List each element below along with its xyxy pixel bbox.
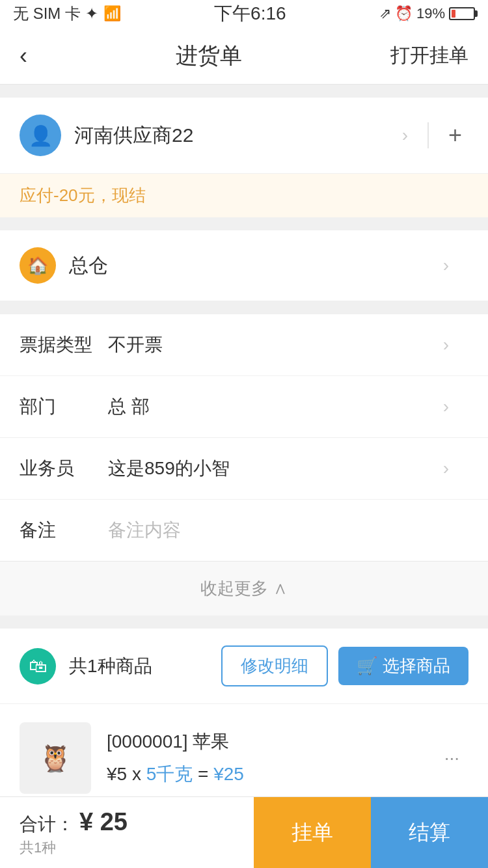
products-icon: 🛍 — [20, 648, 56, 685]
products-header: 🛍 共1种商品 修改明细 🛒 选择商品 — [0, 629, 488, 703]
products-section: 🛍 共1种商品 修改明细 🛒 选择商品 🦉 [0000001] 苹果 ¥5 x … — [0, 629, 488, 812]
form-section: 票据类型 不开票 › 部门 总 部 › 业务员 这是859的小智 › 备注 备注… — [0, 314, 488, 616]
select-product-button[interactable]: 🛒 选择商品 — [338, 647, 468, 685]
salesperson-arrow: › — [443, 458, 449, 479]
invoice-type-arrow: › — [443, 334, 449, 355]
total-amount: ¥ 25 — [79, 808, 128, 836]
supplier-divider — [427, 122, 429, 148]
supplier-name: 河南供应商22 — [74, 122, 402, 149]
form-row-invoice-type[interactable]: 票据类型 不开票 › — [0, 314, 488, 375]
owl-logo: 🦉 — [39, 743, 72, 774]
bottom-bar: 合计： ¥ 25 共1种 挂单 结算 — [0, 796, 488, 868]
warehouse-name: 总仓 — [69, 252, 443, 279]
add-supplier-button[interactable]: + — [442, 122, 468, 149]
note-label: 备注 — [20, 518, 98, 543]
back-button[interactable]: ‹ — [20, 42, 27, 70]
supplier-section: 👤 河南供应商22 › + 应付-20元，现结 — [0, 98, 488, 217]
supplier-arrow-icon: › — [402, 125, 408, 146]
wifi-icon: 📶 — [103, 5, 121, 22]
product-name: [0000001] 苹果 — [107, 729, 435, 754]
product-thumbnail: 🦉 — [20, 722, 91, 794]
form-row-salesperson[interactable]: 业务员 这是859的小智 › — [0, 437, 488, 499]
supplier-avatar: 👤 — [20, 115, 61, 156]
nav-bar: ‹ 进货单 打开挂单 — [0, 27, 488, 85]
section-divider-1 — [0, 85, 488, 98]
warehouse-arrow-icon: › — [443, 255, 449, 276]
avatar-icon: 👤 — [29, 124, 53, 147]
salesperson-value: 这是859的小智 — [98, 456, 443, 481]
select-product-label: 选择商品 — [383, 655, 450, 677]
department-arrow: › — [443, 396, 449, 417]
location-icon: ⇗ — [379, 5, 391, 22]
department-value: 总 部 — [98, 394, 443, 419]
total-price: ¥25 — [213, 764, 244, 784]
equals: = — [198, 764, 213, 784]
warehouse-icon: 🏠 — [20, 247, 56, 284]
note-input[interactable]: 备注内容 — [98, 518, 468, 543]
total-count: 共1种 — [20, 838, 128, 858]
total-section: 合计： ¥ 25 共1种 — [0, 797, 254, 868]
modify-detail-button[interactable]: 修改明细 — [221, 645, 328, 686]
form-row-note[interactable]: 备注 备注内容 — [0, 499, 488, 561]
open-hang-button[interactable]: 打开挂单 — [390, 42, 468, 69]
products-count: 共1种商品 — [69, 654, 221, 679]
battery-percent: 19% — [416, 5, 445, 22]
status-time: 下午6:16 — [214, 1, 286, 26]
total-label: 合计： — [20, 812, 74, 837]
section-divider-3 — [0, 301, 488, 314]
alarm-icon: ⏰ — [395, 5, 413, 22]
product-title: 苹果 — [193, 731, 229, 752]
form-row-department[interactable]: 部门 总 部 › — [0, 375, 488, 437]
unit-price: ¥5 x — [107, 764, 146, 784]
status-right: ⇗ ⏰ 19% — [379, 5, 475, 22]
product-info: [0000001] 苹果 ¥5 x 5千克 = ¥25 — [107, 729, 435, 787]
invoice-type-value: 不开票 — [98, 332, 443, 357]
supplier-row[interactable]: 👤 河南供应商22 › + — [0, 98, 488, 174]
invoice-type-label: 票据类型 — [20, 332, 98, 357]
status-bar: 无 SIM 卡 ✦ 📶 下午6:16 ⇗ ⏰ 19% — [0, 0, 488, 27]
product-item: 🦉 [0000001] 苹果 ¥5 x 5千克 = ¥25 ··· — [0, 703, 488, 812]
salesperson-label: 业务员 — [20, 456, 98, 481]
quantity: 5千克 — [146, 764, 193, 784]
battery-icon — [449, 7, 475, 20]
product-more-button[interactable]: ··· — [435, 741, 468, 775]
hang-button[interactable]: 挂单 — [254, 797, 371, 868]
collapse-button[interactable]: 收起更多 ∧ — [0, 561, 488, 616]
department-label: 部门 — [20, 394, 98, 419]
select-product-icon: 🛒 — [357, 656, 377, 676]
warehouse-row[interactable]: 🏠 总仓 › — [0, 230, 488, 301]
supplier-notice: 应付-20元，现结 — [0, 174, 488, 217]
status-left: 无 SIM 卡 ✦ 📶 — [13, 3, 121, 24]
product-code: [0000001] — [107, 731, 193, 752]
warehouse-section: 🏠 总仓 › — [0, 230, 488, 301]
settle-button[interactable]: 结算 — [371, 797, 488, 868]
page-title: 进货单 — [176, 41, 242, 71]
total-info: 合计： ¥ 25 共1种 — [20, 808, 128, 858]
sim-status: 无 SIM 卡 ✦ — [13, 3, 98, 24]
cart-icon: 🛍 — [29, 655, 47, 677]
section-divider-2 — [0, 217, 488, 230]
product-price: ¥5 x 5千克 = ¥25 — [107, 762, 435, 787]
